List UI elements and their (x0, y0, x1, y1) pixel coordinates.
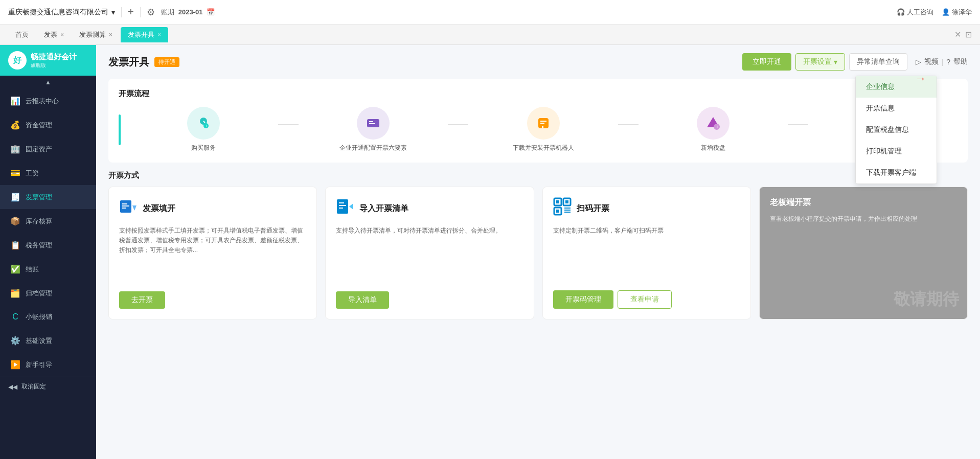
archive-icon: 🗂️ (10, 288, 20, 298)
abnormal-list-btn[interactable]: 异常清单查询 (849, 53, 907, 71)
logo-text-block: 畅捷通好会计 旗舰版 (31, 52, 77, 69)
card-header-boss-invoice: 老板端开票 (770, 197, 957, 208)
dropdown-arrow-icon: ▾ (834, 58, 837, 66)
header-divider (121, 7, 122, 17)
billing-card-manual-fill: 发票填开 支持按照发票样式手工填开发票；可开具增值税电子普通发票、增值税普通发票… (108, 187, 317, 319)
flow-left-bar (119, 114, 121, 145)
close-tab-invoice-open[interactable]: × (157, 31, 161, 38)
inventory-icon: 📦 (10, 216, 20, 226)
sidebar-item-fund-manage[interactable]: 💰 资金管理 (0, 113, 96, 137)
flow-section-title: 开票流程 (119, 89, 958, 99)
sidebar-item-checkout[interactable]: ✅ 结账 (0, 257, 96, 281)
headset-icon: 🎧 (897, 8, 905, 16)
import-list-btn[interactable]: 导入清单 (336, 291, 389, 309)
svg-rect-22 (337, 199, 348, 214)
scan-invoice-icon (553, 197, 572, 220)
basic-settings-icon: ⚙️ (10, 336, 20, 346)
view-apply-btn[interactable]: 查看申请 (618, 290, 672, 309)
boss-invoice-desc: 查看老板端小程序提交的开票申请，并作出相应的处理 (770, 214, 957, 224)
add-company-btn[interactable]: + (128, 6, 134, 18)
page-title: 发票开具 (108, 55, 149, 69)
checkout-icon: ✅ (10, 264, 20, 274)
svg-rect-8 (540, 123, 544, 124)
sidebar-scroll-up[interactable]: ▲ (0, 76, 96, 89)
flow-step-4: + 新增税盘 (639, 107, 788, 152)
svg-rect-23 (339, 202, 344, 203)
svg-rect-31 (565, 200, 568, 203)
tab-home[interactable]: 首页 (8, 27, 36, 42)
invoice-code-mgmt-btn[interactable]: 开票码管理 (553, 290, 613, 309)
flow-step-1: + 购买服务 (129, 107, 278, 152)
close-window-btn[interactable]: ✕ (954, 30, 961, 39)
scan-invoice-desc: 支持定制开票二维码，客户端可扫码开票 (553, 226, 740, 236)
fixed-assets-icon: 🏢 (10, 144, 20, 154)
settings-dropdown-menu: → 企业信息 开票信息 配置税盘信息 打印机管理 (855, 76, 937, 184)
manual-fill-btn[interactable]: 去开票 (119, 291, 165, 309)
video-help-area: ▷ 视频 | ? 帮助 (916, 57, 968, 66)
import-list-desc: 支持导入待开票清单，可对待开票清单进行拆分、合并处理。 (336, 226, 523, 236)
svg-rect-25 (339, 208, 343, 209)
maximize-window-btn[interactable]: ⊡ (965, 30, 972, 39)
manual-fill-title: 发票填开 (143, 203, 175, 214)
tax-icon: 📋 (10, 240, 20, 250)
sidebar-item-fixed-assets[interactable]: 🏢 固定资产 (0, 137, 96, 161)
scan-invoice-title: 扫码开票 (577, 203, 609, 214)
tab-invoice-calc[interactable]: 发票测算 × (72, 27, 120, 42)
step-connector-1 (278, 124, 299, 125)
svg-rect-9 (542, 126, 543, 128)
flow-steps: + 购买服务 企业开通配置开票六要素 (119, 107, 958, 152)
dropdown-item-tax-disk[interactable]: 配置税盘信息 (856, 119, 937, 141)
billing-card-scan-invoice: 扫码开票 支持定制开票二维码，客户端可扫码开票 开票码管理 查看申请 (542, 187, 751, 319)
red-arrow-indicator: → (915, 72, 926, 85)
svg-marker-26 (349, 203, 353, 210)
svg-rect-4 (369, 121, 373, 122)
svg-rect-7 (540, 121, 546, 122)
settings-icon[interactable]: ⚙ (147, 7, 155, 18)
tab-window-controls: ✕ ⊡ (954, 30, 972, 39)
sidebar-item-tax-manage[interactable]: 📋 税务管理 (0, 233, 96, 257)
dropdown-item-invoice-info[interactable]: 开票信息 (856, 98, 937, 119)
billing-methods: 发票填开 支持按照发票样式手工填开发票；可开具增值税电子普通发票、增值税普通发票… (108, 187, 968, 319)
scan-invoice-buttons: 开票码管理 查看申请 (553, 290, 672, 309)
dropdown-item-download-client[interactable]: 下载开票客户端 (856, 162, 937, 183)
svg-rect-5 (369, 123, 375, 124)
dropdown-item-printer[interactable]: 打印机管理 (856, 141, 937, 162)
svg-rect-30 (556, 200, 559, 203)
manual-fill-desc: 支持按照发票样式手工填开发票；可开具增值税电子普通发票、增值税普通发票、增值税专… (119, 226, 306, 256)
help-question-icon: ? (946, 58, 950, 66)
separator: | (942, 58, 944, 66)
sidebar-item-new-guide[interactable]: ▶️ 新手引导 (0, 353, 96, 377)
company-name: 重庆畅捷交通信息咨询有限公司 (8, 8, 108, 17)
step-label-2: 企业开通配置开票六要素 (339, 144, 407, 152)
user-profile[interactable]: 👤 徐泽华 (942, 8, 972, 17)
sidebar-item-archive[interactable]: 🗂️ 归档管理 (0, 281, 96, 305)
invoice-icon: 🧾 (10, 192, 20, 202)
billing-section-title: 开票方式 (108, 171, 968, 180)
close-tab-invoice[interactable]: × (60, 31, 64, 38)
activate-btn[interactable]: 立即开通 (742, 53, 791, 71)
calendar-icon[interactable]: 📅 (207, 8, 215, 16)
human-consult-btn[interactable]: 🎧 人工咨询 (897, 8, 933, 17)
sidebar-item-salary[interactable]: 💳 工资 (0, 161, 96, 185)
period-label: 账期 2023-01 📅 (161, 8, 215, 17)
sidebar-cancel-fixed[interactable]: ◀◀ 取消固定 (0, 377, 96, 396)
sidebar: 好 畅捷通好会计 旗舰版 ▲ 📊 云报表中心 💰 资金管理 🏢 固定资产 💳 (0, 45, 96, 459)
main-area: 好 畅捷通好会计 旗舰版 ▲ 📊 云报表中心 💰 资金管理 🏢 固定资产 💳 (0, 45, 980, 459)
company-dropdown-icon: ▾ (111, 8, 115, 16)
content-panel: 发票开具 待开通 立即开通 开票设置 ▾ 异常清单查询 ▷ 视频 | ? (96, 45, 980, 459)
tab-invoice-open[interactable]: 发票开具 × (121, 27, 168, 42)
sidebar-item-inventory[interactable]: 📦 库存核算 (0, 209, 96, 233)
svg-rect-24 (339, 205, 346, 206)
close-tab-invoice-calc[interactable]: × (109, 31, 112, 38)
settings-dropdown-btn[interactable]: 开票设置 ▾ (795, 53, 845, 71)
sidebar-item-invoice-manage[interactable]: 🧾 发票管理 (0, 185, 96, 209)
video-play-icon[interactable]: ▷ (916, 58, 921, 66)
sidebar-item-cloud-report[interactable]: 📊 云报表中心 (0, 89, 96, 113)
sidebar-item-basic-settings[interactable]: ⚙️ 基础设置 (0, 329, 96, 353)
svg-marker-21 (132, 205, 136, 211)
status-badge: 待开通 (154, 57, 179, 67)
step-connector-2 (448, 124, 468, 125)
tab-invoice[interactable]: 发票 × (37, 27, 71, 42)
company-selector[interactable]: 重庆畅捷交通信息咨询有限公司 ▾ (8, 8, 115, 17)
sidebar-item-expense[interactable]: C 小畅报销 (0, 305, 96, 329)
